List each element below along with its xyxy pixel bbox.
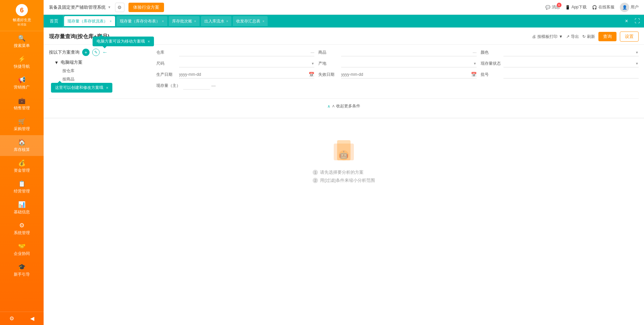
tooltip-close-btn[interactable]: × [148,39,150,44]
tab-inout-flow[interactable]: 出入库流水 × [201,16,232,26]
tab-close-icon[interactable]: × [162,19,164,23]
expdate-field[interactable]: 📅 [341,71,476,78]
warehouse-dots[interactable]: ··· [311,50,315,55]
filter-field-color: 颜色 ▼ [481,49,639,56]
sidebar-item-purchase[interactable]: 🛒 采购管理 [0,114,44,135]
filter-row-4: 现存量（主） — [156,82,639,90]
qty-range: — [183,82,314,90]
size-input[interactable] [179,60,311,67]
query-btn[interactable]: 查询 [598,32,616,41]
page-content: 现存量查询(按仓库+商品) 🖨 按模板打印 ▼ ↗ 导出 ↻ 刷新 查询 设置 [44,28,644,325]
proddate-input[interactable] [179,71,307,78]
app-download-btn[interactable]: 📱 App下载 [565,4,587,10]
scheme-group-desktop-header[interactable]: ▼ 电脑端方案 [54,59,150,65]
refresh-btn[interactable]: ↻ 刷新 [582,34,595,40]
batch-field[interactable] [503,71,639,78]
sidebar-item-enterprise[interactable]: 🤝 企业协同 [0,239,44,260]
status-input[interactable] [503,60,635,67]
expdate-input[interactable] [341,71,469,78]
export-btn[interactable]: ↗ 导出 [566,34,579,40]
industry-btn[interactable]: 体验行业方案 [128,3,164,12]
online-service-btn[interactable]: 🎧 在线客服 [592,4,614,10]
service-icon: 🎧 [592,5,597,10]
message-btn[interactable]: 💬 消息 6 [545,4,560,10]
color-select[interactable]: ▼ [503,49,639,56]
tab-close-icon[interactable]: × [226,19,228,23]
tab-home[interactable]: 首页 [45,15,63,28]
tab-close-icon[interactable]: × [262,19,264,23]
user-btn[interactable]: 👤 用户 [620,3,639,12]
sidebar-item-guide[interactable]: 🎓 新手引导 [0,260,44,281]
empty-icon: 🤖 [327,139,361,165]
tab-inventory-status[interactable]: 现存量（库存状况表） × [64,16,115,26]
product-dots[interactable]: ··· [473,50,477,55]
marketing-icon: 📢 [18,76,25,84]
edit-icon: ✎ [94,50,98,55]
print-icon: 🖨 [532,34,536,39]
filter-area: 按以下方案查询 + ✎ ← 电脑方案可 [44,45,644,118]
tooltip-close-btn2[interactable]: × [106,86,108,90]
filter-edit-btn[interactable]: ✎ [92,49,100,56]
collapse-filter-btn[interactable]: ∧ ∧ 收起更多条件 [327,101,360,111]
tab-close-icon[interactable]: × [110,19,112,23]
sidebar-item-sales[interactable]: 💼 销售管理 [0,94,44,114]
sidebar-item-label: 快捷导航 [14,64,30,69]
scheme-item-product[interactable]: 按商品 [60,75,150,84]
warehouse-input[interactable] [179,49,311,56]
print-label: 按模板打印 [537,34,557,40]
sidebar-item-system[interactable]: ⚙ 系统管理 [0,218,44,239]
tab-inventory-dist[interactable]: 现存量（库存分布表） × [116,16,167,26]
settings-btn[interactable]: 设置 [620,32,639,42]
origin-input[interactable] [341,60,473,67]
system-name: 装备及固定资产辅助管理系统 ▼ [49,4,111,10]
proddate-calendar-icon[interactable]: 📅 [309,72,314,77]
origin-select[interactable]: ▼ [341,60,476,67]
scheme-item-warehouse[interactable]: 按仓库 [60,67,150,75]
status-label: 现存量状态 [481,61,501,66]
sidebar-item-search[interactable]: 🔍 搜索菜单 [0,31,44,52]
refresh-icon: ↻ [582,34,586,39]
status-select[interactable]: ▼ [503,60,639,67]
guide-icon: 🎓 [18,263,25,271]
basicinfo-icon: 📊 [18,201,25,208]
sidebar-item-quicknav[interactable]: ⚡ 快捷导航 [0,52,44,73]
proddate-field[interactable]: 📅 [179,71,314,78]
collapse-sidebar-icon[interactable]: ◀ [30,315,34,322]
filter-add-btn[interactable]: + [82,49,90,56]
sidebar-nav: 🔍 搜索菜单 ⚡ 快捷导航 📢 营销推广 💼 销售管理 🛒 采购管理 🏠 库存核… [0,31,44,312]
filter-field-batch: 批号 [481,71,639,78]
app-download-label: App下载 [572,4,587,10]
desktop-group-label: 电脑端方案 [61,59,83,65]
print-arrow: ▼ [559,34,563,39]
color-arrow: ▼ [635,51,639,54]
tab-close-icon[interactable]: × [194,19,196,23]
color-input[interactable] [503,49,635,56]
tab-collect-summary[interactable]: 收发存汇总表 × [233,16,268,26]
sidebar-item-label: 新手引导 [14,272,30,277]
user-label: 用户 [631,4,639,10]
product-select[interactable]: ··· [341,49,476,56]
back-icon: ← [102,49,108,55]
sidebar-item-marketing[interactable]: 📢 营销推广 [0,73,44,94]
sidebar: 6 畅通好生意 标准版 🔍 搜索菜单 ⚡ 快捷导航 📢 营销推广 💼 销售管理 … [0,0,44,325]
sidebar-item-finance[interactable]: 💰 资金管理 [0,156,44,177]
proddate-label: 生产日期 [156,72,176,77]
expand-icon[interactable]: ⛶ [633,17,641,25]
filter-back-btn[interactable]: ← [102,49,108,55]
qty-min-input[interactable] [183,82,210,90]
gear-button[interactable]: ⚙ [115,3,124,12]
size-select[interactable]: ▼ [179,60,314,67]
tab-inventory-batch[interactable]: 库存批次账 × [169,16,200,26]
print-btn[interactable]: 🖨 按模板打印 ▼ [532,34,563,40]
close-all-tabs-icon[interactable]: × [623,17,631,25]
sidebar-item-inventory[interactable]: 🏠 库存核算 [0,135,44,156]
batch-input[interactable] [503,71,639,78]
sidebar-item-label: 销售管理 [14,105,30,111]
settings-bottom-icon[interactable]: ⚙ [9,315,14,322]
expdate-calendar-icon[interactable]: 📅 [471,72,477,77]
sidebar-item-operations[interactable]: 📋 经营管理 [0,177,44,198]
product-input[interactable] [341,49,473,56]
warehouse-select[interactable]: ··· [179,49,314,56]
sidebar-item-basicinfo[interactable]: 📊 基础信息 [0,198,44,218]
tooltip-text: 电脑方案可设为移动方案哦 [97,39,145,44]
